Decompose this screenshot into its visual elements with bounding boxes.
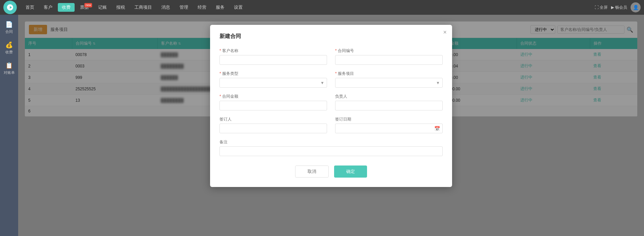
fullscreen-icon: ⛶ (595, 5, 599, 10)
input-client-name[interactable] (219, 55, 327, 65)
service-item-wrap: ▼ (335, 78, 443, 88)
contract-icon: 📄 (5, 21, 13, 28)
sidebar: 📄 合同 💰 收费 📋 对账单 (0, 15, 18, 236)
fee-icon: 💰 (5, 41, 13, 49)
modal-title: 新建合同 (219, 33, 443, 40)
form-grid: *客户名称 *合同编号 *服务类型 (219, 48, 443, 156)
label-service-type: *服务类型 (219, 71, 327, 77)
new-badge: new (84, 3, 92, 7)
fullscreen-label: 全屏 (600, 5, 608, 10)
form-row-service-item: *服务项目 ▼ (335, 71, 443, 88)
form-row-sign-date: 签订日期 2023-06-06 📅 (335, 116, 443, 133)
label-amount: *合同金额 (219, 94, 327, 99)
member-icon: ▶ (611, 5, 614, 10)
input-contract-no[interactable] (335, 55, 443, 65)
content-area: 新增 服务项目 进行中 已完成 已终止 🔍 序号 合同编 (18, 15, 644, 236)
label-service-item: *服务项目 (335, 71, 443, 77)
modal-create-contract: × 新建合同 *客户名称 *合同编号 (210, 25, 452, 187)
nav-bookkeeping[interactable]: 记账 (94, 3, 111, 12)
sidebar-label-fee: 收费 (5, 50, 13, 55)
nav-business[interactable]: 工商项目 (130, 3, 156, 12)
required-star: * (219, 48, 221, 53)
input-sign-date[interactable]: 2023-06-06 (335, 124, 443, 133)
input-amount[interactable]: 0.00 (219, 101, 327, 110)
nav-message[interactable]: 消息 (157, 3, 174, 12)
nav-right: ⛶ 全屏 ▶ 畅会员 👤 (595, 2, 641, 12)
sidebar-label-statement: 对账单 (4, 70, 15, 75)
confirm-button[interactable]: 确定 (334, 166, 367, 178)
cancel-button[interactable]: 取消 (295, 166, 329, 178)
form-row-client: *客户名称 (219, 48, 327, 65)
nav-manage[interactable]: 管理 (175, 3, 192, 12)
nav-tax[interactable]: 报税 (112, 3, 129, 12)
modal-close-button[interactable]: × (443, 29, 447, 36)
nav-home[interactable]: 首页 (22, 3, 38, 12)
form-row-signer: 签订人 (219, 116, 327, 133)
select-service-item[interactable] (335, 78, 443, 88)
app-logo (3, 1, 17, 14)
nav-settings[interactable]: 设置 (230, 3, 247, 12)
top-nav: 首页 客户 收费 票据 new 记账 报税 工商项目 消息 管理 经营 服务 设… (0, 0, 644, 15)
sign-date-wrap: 2023-06-06 📅 (335, 124, 443, 133)
label-signer: 签订人 (219, 116, 327, 122)
member-label: 畅会员 (615, 5, 627, 10)
statement-icon: 📋 (5, 62, 13, 69)
label-contract-no: *合同编号 (335, 48, 443, 54)
service-type-wrap: ▼ (219, 78, 327, 88)
modal-overlay: × 新建合同 *客户名称 *合同编号 (18, 15, 644, 236)
nav-client[interactable]: 客户 (40, 3, 56, 12)
sidebar-label-contract: 合同 (5, 29, 13, 34)
label-sign-date: 签订日期 (335, 116, 443, 122)
form-row-contract-no: *合同编号 (335, 48, 443, 65)
nav-service[interactable]: 服务 (212, 3, 229, 12)
modal-footer: 取消 确定 (219, 166, 443, 178)
sidebar-item-statement[interactable]: 📋 对账单 (1, 59, 17, 78)
input-responsible[interactable] (335, 101, 443, 110)
user-avatar[interactable]: 👤 (631, 2, 641, 12)
form-row-remark: 备注 (219, 139, 443, 156)
nav-fee[interactable]: 收费 (58, 3, 75, 12)
sidebar-item-contract[interactable]: 📄 合同 (1, 18, 17, 37)
member-button[interactable]: ▶ 畅会员 (611, 5, 627, 10)
calendar-icon[interactable]: 📅 (434, 126, 440, 131)
input-remark[interactable] (219, 146, 443, 156)
sidebar-item-fee[interactable]: 💰 收费 (1, 39, 17, 57)
form-row-service-type: *服务类型 ▼ (219, 71, 327, 88)
main-area: 📄 合同 💰 收费 📋 对账单 新增 服务项目 进行中 已完成 已终止 (0, 15, 644, 236)
nav-operation[interactable]: 经营 (194, 3, 210, 12)
label-responsible: 负责人 (335, 94, 443, 99)
form-row-responsible: 负责人 (335, 94, 443, 110)
select-service-type[interactable] (219, 78, 327, 88)
label-client-name: *客户名称 (219, 48, 327, 54)
fullscreen-button[interactable]: ⛶ 全屏 (595, 5, 608, 10)
form-row-amount: *合同金额 0.00 (219, 94, 327, 110)
nav-bill[interactable]: 票据 new (76, 3, 93, 12)
input-signer[interactable] (219, 124, 327, 133)
label-remark: 备注 (219, 139, 443, 145)
nav-items: 首页 客户 收费 票据 new 记账 报税 工商项目 消息 管理 经营 服务 设… (22, 3, 595, 12)
